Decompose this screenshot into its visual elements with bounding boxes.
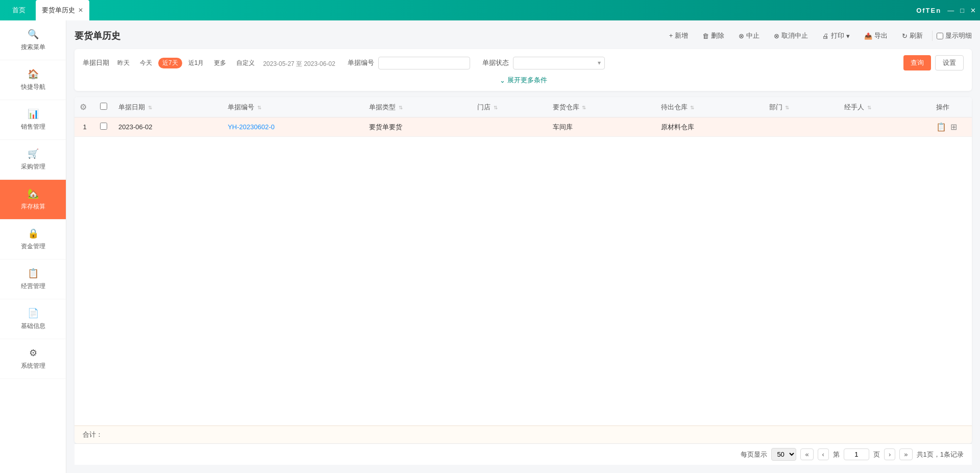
doc-no-link[interactable]: YH-20230602-0 xyxy=(228,123,275,131)
sidebar-item-sales-mgmt[interactable]: 📊 销售管理 xyxy=(0,100,66,140)
date-filter-label: 单据日期 xyxy=(83,58,109,67)
filter-buttons: 查询 设置 xyxy=(903,55,964,70)
top-bar-right: OfTEn — □ ✕ xyxy=(916,7,976,14)
table-header-row: ⚙ 单据日期 ⇅ 单据编号 ⇅ xyxy=(75,97,972,117)
page-label: 第 xyxy=(833,450,840,459)
table-summary: 合计： xyxy=(75,425,972,443)
sort-doc-date-icon[interactable]: ⇅ xyxy=(148,105,152,110)
sidebar-label-search-menu: 搜索菜单 xyxy=(21,43,45,52)
status-filter-group: 单据状态 xyxy=(482,57,605,69)
shortcut-more[interactable]: 更多 xyxy=(210,58,230,68)
row-req-warehouse: 车间库 xyxy=(548,117,656,137)
select-all-checkbox[interactable] xyxy=(100,103,107,110)
cancel-stop-button[interactable]: ⊗ 取消中止 xyxy=(769,29,813,43)
sort-pending-warehouse-icon[interactable]: ⇅ xyxy=(690,105,694,110)
sidebar-item-search-menu[interactable]: 🔍 搜索菜单 xyxy=(0,20,66,60)
docno-input[interactable] xyxy=(378,57,470,69)
cancel-stop-icon: ⊗ xyxy=(774,32,779,40)
sidebar-item-system-mgmt[interactable]: ⚙ 系统管理 xyxy=(0,339,66,379)
refresh-button[interactable]: ↻ 刷新 xyxy=(897,29,928,43)
stop-icon: ⊗ xyxy=(739,32,744,40)
delete-icon: 🗑 xyxy=(702,32,709,40)
shortcut-7days[interactable]: 近7天 xyxy=(158,58,182,68)
settings-button[interactable]: 设置 xyxy=(935,55,964,70)
date-filter-group: 单据日期 昨天 今天 近7天 近1月 更多 自定义 2023-05-27 至 2… xyxy=(83,58,335,68)
print-button[interactable]: 🖨 打印 ▾ xyxy=(817,29,855,43)
table-row: 1 2023-06-02 YH-20230602-0 要货单要货 车间库 xyxy=(75,117,972,137)
sort-doc-no-icon[interactable]: ⇅ xyxy=(257,105,261,110)
expand-conditions-button[interactable]: ⌄ 展开更多条件 xyxy=(500,76,547,85)
first-page-button[interactable]: « xyxy=(800,448,813,460)
sort-handler-icon[interactable]: ⇅ xyxy=(867,105,871,110)
row-doc-type: 要货单要货 xyxy=(364,117,472,137)
page-title: 要货单历史 xyxy=(75,30,120,42)
last-page-button[interactable]: » xyxy=(899,448,912,460)
page-input[interactable] xyxy=(844,448,869,460)
table-header: ⚙ 单据日期 ⇅ 单据编号 ⇅ xyxy=(75,97,972,117)
summary-label: 合计： xyxy=(83,430,103,439)
sidebar-label-purchase-mgmt: 采购管理 xyxy=(21,162,45,171)
per-page-select[interactable]: 50 xyxy=(771,448,796,461)
next-page-button[interactable]: › xyxy=(884,448,895,460)
shortcut-yesterday[interactable]: 昨天 xyxy=(113,58,134,68)
show-detail-checkbox-label[interactable]: 显示明细 xyxy=(937,31,972,40)
gear-icon: ⚙ xyxy=(29,347,37,359)
sidebar-item-inventory-check[interactable]: 🏡 库存核算 xyxy=(0,180,66,220)
col-actions: 操作 xyxy=(931,97,972,117)
tab-close-icon[interactable]: ✕ xyxy=(78,7,83,14)
row-dept xyxy=(764,117,840,137)
sidebar-item-quick-nav[interactable]: 🏠 快捷导航 xyxy=(0,60,66,100)
row-checkbox[interactable] xyxy=(100,123,107,130)
edit-icon[interactable]: 📋 xyxy=(936,122,946,132)
minimize-icon[interactable]: — xyxy=(947,7,954,14)
prev-page-button[interactable]: ‹ xyxy=(818,448,829,460)
export-button[interactable]: 📤 导出 xyxy=(859,29,893,43)
sidebar-label-basic-info: 基础信息 xyxy=(21,322,45,330)
tab-requisition-history[interactable]: 要货单历史 ✕ xyxy=(36,0,89,20)
print-icon: 🖨 xyxy=(822,32,829,40)
top-bar: 首页 要货单历史 ✕ OfTEn — □ ✕ xyxy=(0,0,980,20)
row-num: 1 xyxy=(75,117,95,137)
close-window-icon[interactable]: ✕ xyxy=(970,7,976,14)
col-doc-no: 单据编号 ⇅ xyxy=(223,97,364,117)
sidebar-label-finance-mgmt: 资金管理 xyxy=(21,242,45,251)
sidebar-item-ops-mgmt[interactable]: 📋 经营管理 xyxy=(0,259,66,299)
show-detail-checkbox[interactable] xyxy=(937,33,943,39)
delete-button[interactable]: 🗑 删除 xyxy=(697,29,729,43)
data-table-wrap: ⚙ 单据日期 ⇅ 单据编号 ⇅ xyxy=(75,97,972,443)
table-scroll-area[interactable]: ⚙ 单据日期 ⇅ 单据编号 ⇅ xyxy=(75,97,972,425)
filter-row-1: 单据日期 昨天 今天 近7天 近1月 更多 自定义 2023-05-27 至 2… xyxy=(83,55,964,70)
data-table: ⚙ 单据日期 ⇅ 单据编号 ⇅ xyxy=(75,97,972,137)
sidebar-label-system-mgmt: 系统管理 xyxy=(21,362,45,370)
sidebar-item-basic-info[interactable]: 📄 基础信息 xyxy=(0,299,66,339)
shortcut-1month[interactable]: 近1月 xyxy=(184,58,208,68)
new-button[interactable]: + 新增 xyxy=(664,29,693,43)
page-title-bar: 要货单历史 + 新增 🗑 删除 ⊗ 中止 ⊗ 取消中止 🖨 打印 xyxy=(75,29,972,43)
sort-doc-type-icon[interactable]: ⇅ xyxy=(399,105,403,110)
col-settings: ⚙ xyxy=(75,97,95,117)
sidebar-label-quick-nav: 快捷导航 xyxy=(21,83,45,91)
row-doc-no: YH-20230602-0 xyxy=(223,117,364,137)
shortcut-today[interactable]: 今天 xyxy=(136,58,156,68)
shortcut-custom[interactable]: 自定义 xyxy=(232,58,259,68)
row-pending-warehouse: 原材料仓库 xyxy=(656,117,764,137)
column-settings-icon[interactable]: ⚙ xyxy=(80,103,87,111)
sort-store-icon[interactable]: ⇅ xyxy=(494,105,498,110)
status-select[interactable] xyxy=(513,57,605,69)
sort-dept-icon[interactable]: ⇅ xyxy=(785,105,789,110)
col-doc-date: 单据日期 ⇅ xyxy=(113,97,223,117)
col-doc-type: 单据类型 ⇅ xyxy=(364,97,472,117)
tab-home[interactable]: 首页 xyxy=(4,0,34,20)
col-checkbox xyxy=(95,97,113,117)
toolbar: + 新增 🗑 删除 ⊗ 中止 ⊗ 取消中止 🖨 打印 ▾ xyxy=(664,29,972,43)
sidebar-item-purchase-mgmt[interactable]: 🛒 采购管理 xyxy=(0,140,66,180)
sidebar-item-finance-mgmt[interactable]: 🔒 资金管理 xyxy=(0,220,66,259)
row-doc-date: 2023-06-02 xyxy=(113,117,223,137)
stop-button[interactable]: ⊗ 中止 xyxy=(733,29,765,43)
query-button[interactable]: 查询 xyxy=(903,55,931,70)
doc-icon: 📄 xyxy=(28,308,39,319)
sort-req-warehouse-icon[interactable]: ⇅ xyxy=(582,105,586,110)
refresh-icon: ↻ xyxy=(902,32,908,40)
maximize-icon[interactable]: □ xyxy=(960,7,964,14)
copy-icon[interactable]: ⊞ xyxy=(950,122,957,132)
